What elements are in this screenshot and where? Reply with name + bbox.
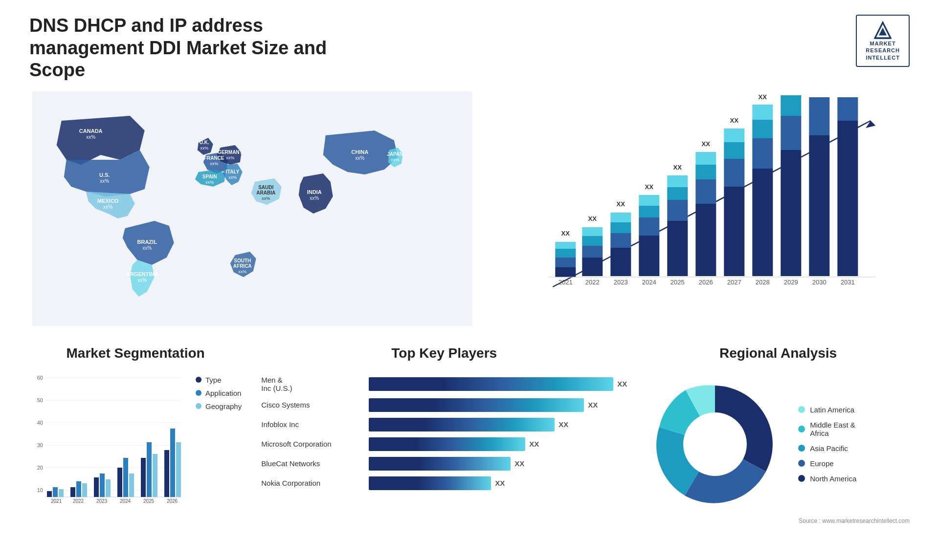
svg-rect-64 (696, 179, 716, 204)
svg-text:SPAIN: SPAIN (202, 174, 217, 179)
svg-rect-41 (556, 242, 576, 249)
svg-rect-65 (696, 165, 716, 179)
legend-type: Type (196, 376, 242, 384)
svg-text:40: 40 (37, 420, 43, 426)
legend-dot-type (196, 377, 201, 383)
svg-rect-112 (53, 487, 58, 497)
legend-dot-latin (798, 406, 805, 413)
svg-rect-83 (809, 97, 830, 135)
logo-text: MARKETRESEARCHINTELLECT (866, 40, 900, 61)
growth-chart-svg: XX XX XX XX (504, 91, 910, 326)
svg-rect-76 (753, 105, 773, 120)
player-row-2: Infoblox Inc XX (261, 418, 627, 431)
legend-dot-mea (798, 426, 805, 432)
svg-text:XX: XX (588, 215, 597, 222)
svg-text:2023: 2023 (614, 279, 628, 286)
svg-text:xx%: xx% (142, 245, 152, 251)
svg-text:2022: 2022 (585, 279, 600, 286)
svg-text:60: 60 (37, 375, 43, 381)
svg-text:2021: 2021 (51, 498, 62, 504)
svg-text:50: 50 (37, 397, 43, 403)
player-bar-area-4: XX (369, 457, 627, 471)
svg-text:2026: 2026 (699, 279, 713, 286)
donut-chart-svg (647, 376, 783, 513)
svg-text:xx%: xx% (310, 195, 319, 201)
player-name-2: Infoblox Inc (261, 420, 364, 429)
svg-text:30: 30 (37, 442, 43, 448)
regional-legend: Latin America Middle East &Africa Asia P… (798, 406, 856, 483)
svg-rect-113 (59, 489, 64, 497)
legend-europe: Europe (798, 459, 856, 468)
player-value-0: XX (617, 380, 627, 388)
svg-text:XX: XX (759, 93, 767, 101)
svg-text:XX: XX (645, 183, 654, 191)
svg-rect-55 (639, 206, 660, 217)
svg-rect-60 (668, 187, 688, 200)
svg-text:2029: 2029 (784, 279, 798, 286)
svg-rect-71 (724, 129, 745, 142)
svg-rect-120 (100, 474, 105, 497)
svg-rect-59 (668, 200, 688, 221)
svg-rect-46 (582, 227, 603, 236)
svg-text:CHINA: CHINA (351, 149, 368, 155)
legend-label-north-america: North America (810, 474, 856, 483)
svg-rect-80 (781, 95, 802, 116)
svg-rect-73 (753, 169, 773, 276)
svg-text:U.S.: U.S. (99, 172, 110, 178)
svg-text:2027: 2027 (727, 279, 741, 286)
world-map-svg: CANADA xx% U.S. xx% MEXICO xx% BRAZIL xx… (29, 91, 475, 326)
segmentation-section: Market Segmentation 60 50 40 30 20 10 (29, 345, 242, 531)
svg-rect-128 (147, 442, 152, 497)
svg-text:BRAZIL: BRAZIL (137, 239, 157, 245)
svg-text:AFRICA: AFRICA (233, 263, 252, 269)
svg-text:2021: 2021 (559, 279, 573, 286)
svg-rect-39 (556, 258, 576, 267)
bar-chart-container: XX XX XX XX (494, 91, 910, 326)
svg-text:SAUDI: SAUDI (258, 185, 273, 190)
svg-text:2025: 2025 (143, 498, 155, 504)
legend-dot-application (196, 390, 201, 396)
header: DNS DHCP and IP address management DDI M… (29, 15, 910, 82)
logo-area: MARKETRESEARCHINTELLECT (856, 15, 910, 67)
legend-label-apac: Asia Pacific (810, 444, 848, 452)
player-name-0: Men &Inc (U.S.) (261, 376, 364, 392)
player-value-3: XX (529, 440, 539, 448)
legend-dot-geography (196, 403, 201, 409)
player-bar-2 (369, 418, 555, 431)
svg-rect-45 (582, 236, 603, 246)
svg-rect-79 (781, 116, 802, 150)
player-value-1: XX (588, 401, 598, 409)
svg-text:xx%: xx% (226, 155, 234, 160)
svg-text:2030: 2030 (812, 279, 827, 286)
svg-text:ITALY: ITALY (226, 169, 240, 174)
logo-icon (871, 21, 895, 40)
svg-rect-56 (639, 195, 660, 206)
legend-application: Application (196, 389, 242, 397)
svg-text:FRANCE: FRANCE (204, 155, 224, 161)
svg-rect-132 (170, 429, 175, 497)
svg-rect-117 (82, 483, 87, 497)
svg-text:2023: 2023 (96, 498, 108, 504)
svg-text:2022: 2022 (73, 498, 84, 504)
player-bar-area-0: XX (369, 377, 627, 391)
legend-label-europe: Europe (810, 459, 833, 468)
legend-label-latin: Latin America (810, 406, 854, 414)
legend-geography: Geography (196, 402, 242, 410)
legend-dot-north-america (798, 475, 805, 482)
player-value-5: XX (495, 479, 505, 487)
svg-text:xx%: xx% (86, 134, 95, 140)
svg-marker-37 (866, 121, 876, 128)
player-row-3: Microsoft Corporation XX (261, 437, 627, 451)
player-value-4: XX (514, 459, 524, 468)
svg-rect-121 (106, 479, 111, 497)
svg-rect-68 (724, 187, 745, 276)
svg-text:xx%: xx% (137, 278, 147, 283)
svg-text:MEXICO: MEXICO (97, 198, 119, 204)
svg-rect-66 (696, 152, 716, 165)
svg-text:GERMANY: GERMANY (218, 150, 243, 155)
player-bar-0 (369, 377, 613, 391)
svg-text:2028: 2028 (756, 279, 770, 286)
segmentation-legend: Type Application Geography (196, 376, 242, 410)
legend-label-mea: Middle East &Africa (810, 421, 855, 437)
player-bar-4 (369, 457, 511, 471)
